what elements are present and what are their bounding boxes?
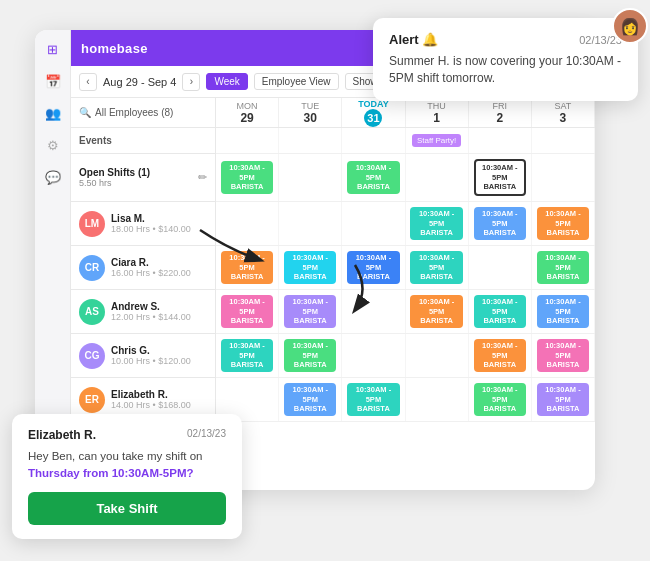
- shift-andrew-sat[interactable]: 10:30AM - 5PMBARISTA: [537, 295, 589, 328]
- lisa-grid-row: 10:30AM - 5PMBARISTA 10:30AM - 5PMBARIST…: [216, 202, 595, 246]
- emp-info-chris: Chris G. 10.00 Hrs • $120.00: [111, 345, 207, 366]
- message-card: Elizabeth R. 02/13/23 Hey Ben, can you t…: [12, 414, 242, 540]
- emp-name-chris: Chris G.: [111, 345, 207, 356]
- elizabeth-tue: 10:30AM - 5PMBARISTA: [279, 378, 342, 421]
- shift-andrew-thu[interactable]: 10:30AM - 5PMBARISTA: [410, 295, 462, 328]
- shift-block-open-today[interactable]: 10:30AM - 5PMBARISTA: [347, 161, 399, 194]
- day-num-fri: 2: [496, 111, 503, 125]
- ciara-sat: 10:30AM - 5PMBARISTA: [532, 246, 595, 289]
- message-header: Elizabeth R. 02/13/23: [28, 428, 226, 442]
- edit-icon[interactable]: ✏: [198, 171, 207, 184]
- emp-name-lisa: Lisa M.: [111, 213, 207, 224]
- employee-view-button[interactable]: Employee View: [254, 73, 339, 90]
- day-mon: MON 29: [216, 98, 279, 127]
- events-grid-row: Staff Party!: [216, 128, 595, 154]
- open-shifts-row[interactable]: Open Shifts (1) 5.50 hrs ✏: [71, 154, 215, 202]
- sidebar-users-icon[interactable]: 👥: [42, 102, 64, 124]
- shift-lisa-fri[interactable]: 10:30AM - 5PMBARISTA: [474, 207, 526, 240]
- open-shifts-grid-row: 10:30AM - 5PMBARISTA 10:30AM - 5PMBARIST…: [216, 154, 595, 202]
- day-label-tue: TUE: [301, 101, 319, 111]
- day-label-sat: SAT: [555, 101, 572, 111]
- shift-andrew-mon[interactable]: 10:30AM - 5PMBARISTA: [221, 295, 273, 328]
- day-num-tue: 30: [304, 111, 317, 125]
- open-shifts-info: Open Shifts (1) 5.50 hrs: [79, 167, 194, 188]
- open-shifts-title: Open Shifts (1): [79, 167, 194, 178]
- shift-chris-sat[interactable]: 10:30AM - 5PMBARISTA: [537, 339, 589, 372]
- chris-mon: 10:30AM - 5PMBARISTA: [216, 334, 279, 377]
- shift-ciara-today[interactable]: 10:30AM - 5PMBARISTA: [347, 251, 399, 284]
- day-today: TODAY 31: [342, 98, 405, 127]
- shift-andrew-tue[interactable]: 10:30AM - 5PMBARISTA: [284, 295, 336, 328]
- employee-row-andrew[interactable]: AS Andrew S. 12.00 Hrs • $144.00: [71, 290, 215, 334]
- open-shift-today: 10:30AM - 5PMBARISTA: [342, 154, 405, 201]
- andrew-today: [342, 290, 405, 333]
- event-today: [342, 128, 405, 153]
- emp-name-ciara: Ciara R.: [111, 257, 207, 268]
- event-sat: [532, 128, 595, 153]
- day-num-mon: 29: [240, 111, 253, 125]
- chris-grid-row: 10:30AM - 5PMBARISTA 10:30AM - 5PMBARIST…: [216, 334, 595, 378]
- employee-row-ciara[interactable]: CR Ciara R. 16.00 Hrs • $220.00: [71, 246, 215, 290]
- avatar-lisa: LM: [79, 211, 105, 237]
- elizabeth-fri: 10:30AM - 5PMBARISTA: [469, 378, 532, 421]
- sidebar-settings-icon[interactable]: ⚙: [42, 134, 64, 156]
- next-button[interactable]: ›: [182, 73, 200, 91]
- shift-elizabeth-tue[interactable]: 10:30AM - 5PMBARISTA: [284, 383, 336, 416]
- alert-title: Alert 🔔: [389, 32, 438, 47]
- message-sender: Elizabeth R.: [28, 428, 96, 442]
- emp-hours-elizabeth: 14.00 Hrs • $168.00: [111, 400, 207, 410]
- shift-elizabeth-sat[interactable]: 10:30AM - 5PMBARISTA: [537, 383, 589, 416]
- shift-lisa-thu[interactable]: 10:30AM - 5PMBARISTA: [410, 207, 462, 240]
- alert-card: Alert 🔔 02/13/23 Summer H. is now coveri…: [373, 18, 638, 101]
- lisa-thu: 10:30AM - 5PMBARISTA: [406, 202, 469, 245]
- sidebar-calendar-icon[interactable]: 📅: [42, 70, 64, 92]
- shift-andrew-fri[interactable]: 10:30AM - 5PMBARISTA: [474, 295, 526, 328]
- employee-row-chris[interactable]: CG Chris G. 10.00 Hrs • $120.00: [71, 334, 215, 378]
- emp-info-elizabeth: Elizabeth R. 14.00 Hrs • $168.00: [111, 389, 207, 410]
- shift-elizabeth-fri[interactable]: 10:30AM - 5PMBARISTA: [474, 383, 526, 416]
- shift-ciara-tue[interactable]: 10:30AM - 5PMBARISTA: [284, 251, 336, 284]
- alert-avatar: 👩: [612, 8, 648, 44]
- open-shift-sat: [532, 154, 595, 201]
- staff-party-badge: Staff Party!: [412, 134, 461, 147]
- take-shift-button[interactable]: Take Shift: [28, 492, 226, 525]
- filter-bar: 🔍 All Employees (8): [71, 98, 215, 128]
- events-bar: Events: [71, 128, 215, 154]
- sidebar-chat-icon[interactable]: 💬: [42, 166, 64, 188]
- shift-block-open-mon[interactable]: 10:30AM - 5PMBARISTA: [221, 161, 273, 194]
- shift-ciara-thu[interactable]: 10:30AM - 5PMBARISTA: [410, 251, 462, 284]
- day-thu: THU 1: [406, 98, 469, 127]
- andrew-grid-row: 10:30AM - 5PMBARISTA 10:30AM - 5PMBARIST…: [216, 290, 595, 334]
- day-label-thu: THU: [427, 101, 446, 111]
- shift-chris-fri[interactable]: 10:30AM - 5PMBARISTA: [474, 339, 526, 372]
- message-highlight: Thursday from 10:30AM-5PM?: [28, 467, 194, 479]
- date-range: Aug 29 - Sep 4: [103, 76, 176, 88]
- emp-hours-ciara: 16.00 Hrs • $220.00: [111, 268, 207, 278]
- day-tue: TUE 30: [279, 98, 342, 127]
- shift-ciara-sat[interactable]: 10:30AM - 5PMBARISTA: [537, 251, 589, 284]
- shift-chris-tue[interactable]: 10:30AM - 5PMBARISTA: [284, 339, 336, 372]
- events-label: Events: [79, 135, 112, 146]
- prev-button[interactable]: ‹: [79, 73, 97, 91]
- day-label-fri: FRI: [493, 101, 508, 111]
- shift-ciara-mon[interactable]: 10:30AM - 5PMBARISTA: [221, 251, 273, 284]
- andrew-thu: 10:30AM - 5PMBARISTA: [406, 290, 469, 333]
- message-greeting: Hey Ben, can you take my shift on: [28, 450, 203, 462]
- employee-row-lisa[interactable]: LM Lisa M. 18.00 Hrs • $140.00: [71, 202, 215, 246]
- chris-today: [342, 334, 405, 377]
- lisa-today: [342, 202, 405, 245]
- shift-block-open-fri[interactable]: 10:30AM - 5PMBARISTA: [474, 159, 526, 196]
- elizabeth-thu: [406, 378, 469, 421]
- ciara-mon: 10:30AM - 5PMBARISTA: [216, 246, 279, 289]
- shift-lisa-sat[interactable]: 10:30AM - 5PMBARISTA: [537, 207, 589, 240]
- sidebar-home-icon[interactable]: ⊞: [42, 38, 64, 60]
- day-num-sat: 3: [560, 111, 567, 125]
- event-mon: [216, 128, 279, 153]
- alert-body: Summer H. is now covering your 10:30AM -…: [389, 53, 622, 87]
- week-view-button[interactable]: Week: [206, 73, 247, 90]
- shift-chris-mon[interactable]: 10:30AM - 5PMBARISTA: [221, 339, 273, 372]
- shift-elizabeth-today[interactable]: 10:30AM - 5PMBARISTA: [347, 383, 399, 416]
- chris-fri: 10:30AM - 5PMBARISTA: [469, 334, 532, 377]
- andrew-mon: 10:30AM - 5PMBARISTA: [216, 290, 279, 333]
- open-shift-mon: 10:30AM - 5PMBARISTA: [216, 154, 279, 201]
